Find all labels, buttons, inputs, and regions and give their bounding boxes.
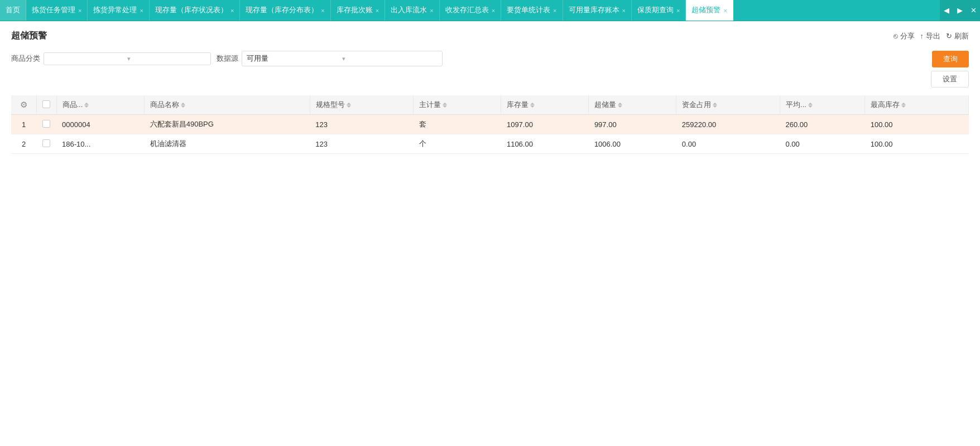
row-stock: 1106.00 — [501, 134, 589, 154]
sort-icon — [530, 103, 535, 108]
refresh-action[interactable]: ↻ 刷新 — [946, 31, 969, 41]
settings-button[interactable]: 设置 — [931, 71, 969, 88]
nav-stock-status[interactable]: 现存量（库存状况表） × — [150, 0, 240, 21]
table-row[interactable]: 2 186-10... 机油滤清器 123 个 1106.00 1006.00 … — [11, 134, 969, 154]
export-icon: ↑ — [920, 32, 924, 40]
share-label: 分享 — [900, 31, 915, 41]
nav-task-mgmt[interactable]: 拣货任务管理 × — [26, 0, 88, 21]
data-table: ⚙ 商品... 商品名称 — [11, 95, 969, 154]
col-stock-header[interactable]: 库存量 — [501, 95, 589, 115]
nav-abnormal[interactable]: 拣货异常处理 × — [88, 0, 149, 21]
col-unit-header[interactable]: 主计量 — [414, 95, 501, 115]
col-product-name-header[interactable]: 商品名称 — [145, 95, 310, 115]
nav-available[interactable]: 可用量库存账本 × — [563, 0, 632, 21]
settings-gear-icon[interactable]: ⚙ — [20, 100, 27, 109]
sort-icon — [808, 103, 813, 108]
nav-order-stat[interactable]: 要货单统计表 × — [501, 0, 563, 21]
page-actions: ⎋ 分享 ↑ 导出 ↻ 刷新 — [893, 31, 969, 41]
nav-close-icon[interactable]: × — [376, 7, 379, 14]
col-checkbox-header[interactable] — [36, 95, 56, 115]
row-product-code: 0000004 — [56, 115, 145, 134]
nav-overstock[interactable]: 超储预警 × — [686, 0, 733, 21]
col-over-header[interactable]: 超储量 — [589, 95, 676, 115]
nav-close-icon[interactable]: × — [553, 7, 556, 14]
nav-home[interactable]: 首页 — [0, 0, 26, 21]
nav-home-label: 首页 — [6, 6, 20, 15]
table-row[interactable]: 1 0000004 六配套新昌490BPG 123 套 1097.00 997.… — [11, 115, 969, 134]
nav-label: 出入库流水 — [391, 6, 427, 15]
row-checkbox[interactable] — [42, 120, 50, 128]
category-dropdown-arrow: ▾ — [127, 55, 206, 62]
nav-label: 要货单统计表 — [507, 6, 550, 15]
sort-icon — [84, 103, 89, 108]
col-settings-header[interactable]: ⚙ — [11, 95, 36, 115]
category-select[interactable]: ▾ — [44, 52, 211, 65]
nav-prev-button[interactable]: ◀ — [940, 0, 953, 21]
nav-close-icon[interactable]: × — [676, 7, 680, 14]
nav-close-icon[interactable]: × — [321, 7, 324, 14]
category-filter: 商品分类 ▾ — [11, 52, 211, 65]
header-checkbox[interactable] — [42, 100, 50, 108]
col-avg-header[interactable]: 平均... — [780, 95, 865, 115]
table-header-row: ⚙ 商品... 商品名称 — [11, 95, 969, 115]
page-container: 超储预警 ⎋ 分享 ↑ 导出 ↻ 刷新 商品分类 ▾ — [0, 21, 980, 163]
row-spec: 123 — [310, 134, 414, 154]
row-max-stock: 100.00 — [865, 115, 969, 134]
col-max-stock-header[interactable]: 最高库存 — [865, 95, 969, 115]
row-capital: 259220.00 — [676, 115, 780, 134]
row-checkbox[interactable] — [42, 139, 50, 147]
nav-label: 库存批次账 — [337, 6, 373, 15]
nav-close-icon[interactable]: × — [78, 7, 81, 14]
datasource-filter: 数据源 可用量 ▾ — [217, 51, 443, 66]
row-avg: 260.00 — [780, 115, 865, 134]
col-capital-header[interactable]: 资金占用 — [676, 95, 780, 115]
nav-next-button[interactable]: ▶ — [953, 0, 967, 21]
col-spec-header[interactable]: 规格型号 — [310, 95, 414, 115]
page-title-row: 超储预警 ⎋ 分享 ↑ 导出 ↻ 刷新 — [11, 30, 969, 42]
export-action[interactable]: ↑ 导出 — [920, 31, 941, 41]
nav-stock-dist[interactable]: 现存量（库存分布表） × — [240, 0, 330, 21]
nav-label: 现存量（库存状况表） — [155, 6, 228, 15]
row-over: 1006.00 — [589, 134, 676, 154]
datasource-select[interactable]: 可用量 ▾ — [242, 51, 443, 66]
nav-close-icon[interactable]: × — [430, 7, 433, 14]
row-checkbox-cell[interactable] — [36, 115, 56, 134]
nav-batch[interactable]: 库存批次账 × — [331, 0, 385, 21]
row-unit: 个 — [414, 134, 501, 154]
row-index: 1 — [11, 115, 36, 134]
datasource-label: 数据源 — [217, 54, 238, 64]
sort-icon — [181, 103, 185, 108]
nav-label: 超储预警 — [691, 6, 720, 15]
row-over: 997.00 — [589, 115, 676, 134]
refresh-icon: ↻ — [946, 32, 952, 40]
filter-buttons: 查询 设置 — [931, 51, 969, 88]
row-spec: 123 — [310, 115, 414, 134]
nav-close-icon[interactable]: × — [140, 7, 143, 14]
nav-collect[interactable]: 收发存汇总表 × — [440, 0, 501, 21]
row-product-code: 186-10... — [56, 134, 145, 154]
row-index: 2 — [11, 134, 36, 154]
nav-label: 保质期查询 — [637, 6, 674, 15]
export-label: 导出 — [926, 31, 940, 41]
share-action[interactable]: ⎋ 分享 — [893, 31, 915, 41]
sort-icon — [347, 103, 351, 108]
top-nav: 首页 拣货任务管理 × 拣货异常处理 × 现存量（库存状况表） × 现存量（库存… — [0, 0, 980, 21]
row-unit: 套 — [414, 115, 501, 134]
nav-label: 拣货异常处理 — [93, 6, 137, 15]
sort-icon — [618, 103, 622, 108]
nav-inout[interactable]: 出入库流水 × — [385, 0, 439, 21]
row-product-name: 机油滤清器 — [145, 134, 310, 154]
row-checkbox-cell[interactable] — [36, 134, 56, 154]
datasource-dropdown-arrow: ▾ — [342, 55, 438, 62]
nav-close-icon[interactable]: × — [723, 7, 727, 14]
nav-quality[interactable]: 保质期查询 × — [632, 0, 686, 21]
nav-more-button[interactable]: ✕ — [967, 0, 980, 21]
nav-close-icon[interactable]: × — [230, 7, 234, 14]
nav-close-icon[interactable]: × — [492, 7, 495, 14]
page-title: 超储预警 — [11, 30, 47, 42]
row-avg: 0.00 — [780, 134, 865, 154]
nav-label: 拣货任务管理 — [32, 6, 75, 15]
nav-close-icon[interactable]: × — [622, 7, 626, 14]
query-button[interactable]: 查询 — [932, 51, 969, 67]
col-product-code-header[interactable]: 商品... — [56, 95, 145, 115]
